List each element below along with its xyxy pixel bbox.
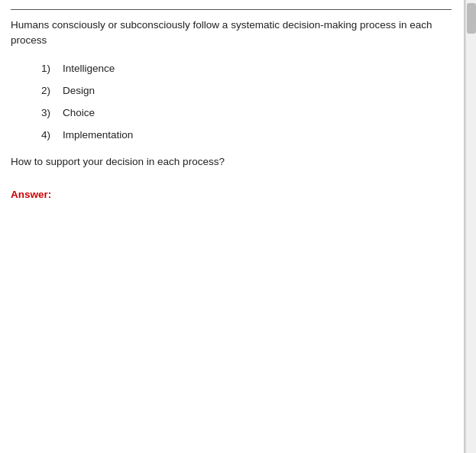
scrollbar-area[interactable] <box>465 0 476 453</box>
list-item: 2) Design <box>41 85 452 96</box>
list-label-3: Choice <box>63 107 95 118</box>
list-item: 3) Choice <box>41 107 452 118</box>
list-number-4: 4) <box>41 129 63 141</box>
top-border <box>11 9 452 10</box>
answer-label: Answer: <box>11 189 51 200</box>
list-number-2: 2) <box>41 85 63 96</box>
list-container: 1) Intelligence 2) Design 3) Choice 4) I… <box>41 63 452 141</box>
list-item: 4) Implementation <box>41 129 452 141</box>
list-label-4: Implementation <box>63 129 133 141</box>
list-item: 1) Intelligence <box>41 63 452 74</box>
intro-text: Humans consciously or subconsciously fol… <box>11 18 452 49</box>
list-number-1: 1) <box>41 63 63 74</box>
list-label-2: Design <box>63 85 95 96</box>
page-container: Humans consciously or subconsciously fol… <box>0 0 476 453</box>
list-label-1: Intelligence <box>63 63 115 74</box>
scrollbar-thumb[interactable] <box>467 3 476 34</box>
content-area: Humans consciously or subconsciously fol… <box>0 0 465 453</box>
question-text: How to support your decision in each pro… <box>11 154 452 170</box>
list-number-3: 3) <box>41 107 63 118</box>
